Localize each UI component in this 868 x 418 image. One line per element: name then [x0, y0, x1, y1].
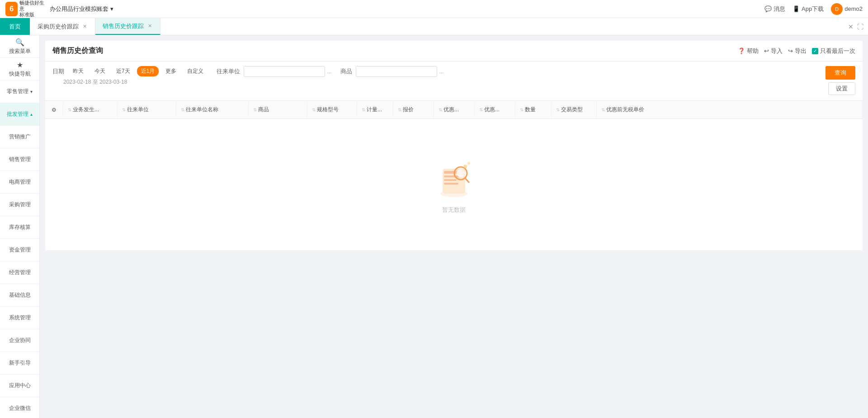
sidebar-item-sales-mgmt[interactable]: 销售管理	[0, 148, 39, 171]
th-discount1[interactable]: ⇅ 优惠...	[434, 102, 475, 117]
search-icon: 🔍	[15, 38, 24, 47]
empty-state-illustration	[431, 155, 476, 200]
header-right: 💬 消息 📱 App下载 D demo2	[764, 3, 863, 15]
sort-icon: ⇅	[479, 107, 483, 112]
last-only-checkbox[interactable]: ✓ 只看最后一次	[812, 47, 855, 55]
sidebar-item-ecom-mgmt[interactable]: 电商管理	[0, 171, 39, 194]
th-product[interactable]: ⇅ 商品	[249, 102, 307, 117]
chevron-down-icon: ▾	[30, 89, 33, 94]
sidebar-item-app-center[interactable]: 应用中心	[0, 375, 39, 397]
date-btn-yesterday[interactable]: 昨天	[69, 66, 88, 76]
logo-icon: 6	[5, 2, 18, 16]
sidebar-item-search-menu[interactable]: 🔍 搜索菜单	[0, 35, 39, 58]
empty-state: 暂无数据	[45, 119, 863, 250]
top-header: 6 畅捷信好生意 标准版 办公用品行业模拟账套 ▾ 💬 消息 📱 App下载 D…	[0, 0, 868, 18]
close-purchase-history-tab[interactable]: ✕	[81, 24, 88, 30]
svg-point-10	[467, 162, 470, 165]
tab-home[interactable]: 首页	[0, 18, 30, 35]
export-button[interactable]: ↪ 导出	[788, 47, 807, 55]
import-button[interactable]: ↩ 导入	[764, 47, 783, 55]
empty-text: 暂无数据	[442, 206, 466, 214]
sort-icon: ⇅	[520, 107, 524, 112]
close-tab-icon[interactable]: ✕	[848, 23, 854, 30]
sidebar-item-finance[interactable]: 资金管理	[0, 239, 39, 261]
download-icon: 📱	[793, 5, 800, 12]
sort-icon: ⇅	[181, 107, 184, 112]
purchase-history-tab-label: 采购历史价跟踪	[38, 23, 79, 31]
tab-bar: 首页 采购历史价跟踪 ✕ 销售历史价跟踪 ✕ ✕ ⛶	[0, 18, 868, 35]
th-partner-code[interactable]: ⇅ 往来单位	[118, 102, 176, 117]
th-txtype[interactable]: ⇅ 交易类型	[552, 102, 597, 117]
svg-rect-4	[444, 179, 457, 181]
sidebar-item-enterprise[interactable]: 企业协同	[0, 329, 39, 352]
date-btn-more[interactable]: 更多	[161, 66, 180, 76]
setting-button[interactable]: 设置	[828, 82, 855, 95]
sidebar-item-quick-nav[interactable]: ★ 快捷导航	[0, 58, 39, 81]
sort-icon: ⇅	[556, 107, 560, 112]
logo-text: 畅捷信好生意 标准版	[19, 0, 45, 18]
svg-line-8	[465, 178, 469, 182]
sidebar-item-inventory[interactable]: 库存核算	[0, 216, 39, 239]
tab-sales-history[interactable]: 销售历史价跟踪 ✕	[95, 18, 160, 35]
date-btn-last7[interactable]: 近7天	[112, 66, 134, 76]
sidebar: 🔍 搜索菜单 ★ 快捷导航 零售管理 ▾ 批发管理 ▴ 营销推广 销售管理 电商…	[0, 35, 40, 418]
sidebar-item-guide[interactable]: 新手引导	[0, 352, 39, 375]
query-button[interactable]: 查询	[826, 66, 855, 80]
tab-purchase-history[interactable]: 采购历史价跟踪 ✕	[30, 18, 95, 35]
th-qty[interactable]: ⇅ 数量	[515, 102, 552, 117]
sidebar-item-sys-mgmt[interactable]: 系统管理	[0, 307, 39, 329]
th-notax[interactable]: ⇅ 优惠前无税单价	[597, 102, 863, 117]
date-filter-section: 日期 昨天 今天 近7天 近1月 更多 自定义 2023-02-18 至 202…	[52, 66, 208, 86]
th-spec[interactable]: ⇅ 规格型号	[307, 102, 357, 117]
table-header: ⚙ ⇅ 业务发生... ⇅ 往来单位 ⇅ 往来单位名称 ⇅ 商品	[45, 101, 863, 119]
th-discount2[interactable]: ⇅ 优惠...	[475, 102, 515, 117]
svg-rect-5	[444, 183, 458, 185]
message-button[interactable]: 💬 消息	[764, 5, 785, 13]
checkbox-checked-icon: ✓	[812, 48, 818, 54]
help-button[interactable]: ❓ 帮助	[738, 47, 759, 55]
tab-bar-actions: ✕ ⛶	[844, 18, 868, 35]
th-unit[interactable]: ⇅ 计量...	[357, 102, 393, 117]
product-input[interactable]	[356, 66, 437, 77]
message-icon: 💬	[764, 5, 772, 12]
main-layout: 🔍 搜索菜单 ★ 快捷导航 零售管理 ▾ 批发管理 ▴ 营销推广 销售管理 电商…	[0, 35, 868, 418]
partner-ellipsis[interactable]: ...	[327, 68, 331, 75]
sidebar-item-operations[interactable]: 经营管理	[0, 261, 39, 284]
star-icon: ★	[17, 61, 23, 69]
gear-icon: ⚙	[52, 107, 57, 113]
app-selector[interactable]: 办公用品行业模拟账套 ▾	[50, 5, 113, 13]
th-price[interactable]: ⇅ 报价	[393, 102, 434, 117]
page-actions: ❓ 帮助 ↩ 导入 ↪ 导出 ✓ 只看最后一次	[738, 47, 855, 55]
svg-rect-3	[444, 176, 460, 177]
filter-bar: 日期 昨天 今天 近7天 近1月 更多 自定义 2023-02-18 至 202…	[45, 62, 863, 101]
sort-icon: ⇅	[601, 107, 605, 112]
th-gear[interactable]: ⚙	[45, 103, 63, 117]
partner-input[interactable]	[244, 66, 325, 77]
close-sales-history-tab[interactable]: ✕	[146, 23, 153, 29]
date-btn-last1m[interactable]: 近1月	[137, 66, 159, 76]
svg-point-9	[463, 165, 467, 168]
product-ellipsis[interactable]: ...	[439, 68, 443, 75]
product-filter-group: 商品 ...	[340, 66, 443, 77]
sales-history-tab-label: 销售历史价跟踪	[103, 22, 144, 30]
home-tab-label: 首页	[9, 23, 21, 31]
import-icon: ↩	[764, 48, 769, 54]
sidebar-item-marketing[interactable]: 营销推广	[0, 126, 39, 148]
svg-point-7	[457, 169, 465, 177]
sort-icon: ⇅	[398, 107, 401, 112]
sort-icon: ⇅	[68, 107, 71, 112]
sidebar-item-retail-mgmt[interactable]: 零售管理 ▾	[0, 81, 39, 103]
sidebar-item-basic-info[interactable]: 基础信息	[0, 284, 39, 307]
th-date[interactable]: ⇅ 业务发生...	[63, 102, 118, 117]
date-btn-today[interactable]: 今天	[90, 66, 109, 76]
sidebar-item-wholesale-mgmt[interactable]: 批发管理 ▴	[0, 103, 39, 126]
sort-icon: ⇅	[439, 107, 442, 112]
th-partner-name[interactable]: ⇅ 往来单位名称	[176, 102, 249, 117]
user-profile[interactable]: D demo2	[831, 3, 863, 15]
maximize-icon[interactable]: ⛶	[857, 23, 863, 30]
app-download-button[interactable]: 📱 App下载	[793, 5, 824, 13]
date-btn-custom[interactable]: 自定义	[183, 66, 208, 76]
avatar: D	[831, 3, 843, 15]
sidebar-item-wechat[interactable]: 企业微信	[0, 397, 39, 418]
sidebar-item-purchase-mgmt[interactable]: 采购管理	[0, 194, 39, 216]
